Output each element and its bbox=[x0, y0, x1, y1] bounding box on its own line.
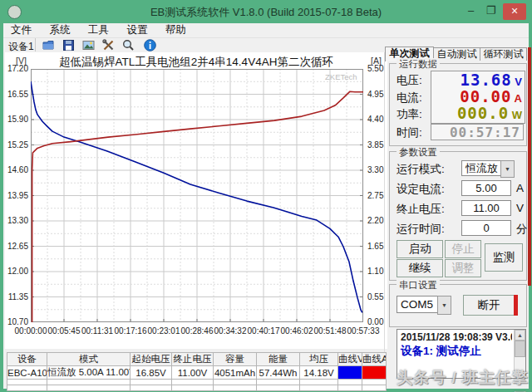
table-cell: 57.44Wh bbox=[257, 366, 300, 380]
log-line-timestamp: 2015/11/28 19:08:39 V3.0 bbox=[401, 331, 512, 343]
mode-select[interactable]: 恒流放 bbox=[461, 160, 505, 176]
table-cell: 恒流放 5.00A 11.00V bbox=[47, 366, 131, 380]
column-header: 能量 bbox=[257, 353, 300, 366]
empty-row bbox=[7, 380, 387, 385]
tab-auto-test[interactable]: 自动测试 bbox=[433, 47, 480, 61]
adjust-button[interactable]: 调整 bbox=[445, 259, 481, 277]
voltage-readout: 13.68 V bbox=[431, 71, 525, 88]
menu-tools[interactable]: 工具 bbox=[81, 23, 116, 37]
disconnect-button[interactable]: 断开 bbox=[463, 295, 515, 316]
params-group: 参数设置 运行模式: 恒流放 ▼ 设定电流: 5.00 A 终止电压: 11.0… bbox=[389, 151, 527, 281]
runtime-label: 运行时间: bbox=[397, 222, 445, 237]
run-data-group-label: 运行数据 bbox=[397, 58, 440, 71]
curve-v-swatch bbox=[338, 366, 362, 380]
current-readout: 00.00 A bbox=[431, 88, 525, 105]
table-cell: 16.85V bbox=[131, 366, 172, 380]
window-title: EB测试系统软件 V1.8.0 (Build 2015-07-18 Beta) bbox=[0, 5, 532, 20]
column-header: 均压 bbox=[300, 353, 338, 366]
menu-settings[interactable]: 设置 bbox=[119, 23, 155, 37]
com-dropdown-arrow-icon[interactable]: ▼ bbox=[437, 296, 451, 315]
column-header: 起始电压 bbox=[131, 353, 172, 366]
y-left-tick: 16.55 bbox=[5, 90, 28, 99]
minimize-button[interactable]: – bbox=[462, 3, 480, 20]
serial-group-label: 串口设置 bbox=[397, 279, 440, 292]
red-edge-stripe bbox=[528, 47, 531, 286]
power-readout: 000.0 W bbox=[431, 105, 525, 121]
scroll-thumb[interactable] bbox=[515, 341, 525, 357]
runtime-input[interactable]: 0 bbox=[461, 220, 511, 236]
footer-watermark: 头条号 / 班主任擎天 bbox=[387, 367, 529, 392]
plot-canvas bbox=[31, 69, 363, 322]
start-button[interactable]: 启动 bbox=[397, 240, 443, 258]
status-table: 设备模式起始电压终止电压容量能量均压曲线V曲线AEBC-A10恒流放 5.00A… bbox=[7, 352, 387, 391]
set-current-input[interactable]: 5.00 bbox=[461, 180, 511, 196]
y-left-tick: 13.95 bbox=[5, 191, 28, 200]
y-left-tick: 11.35 bbox=[5, 292, 28, 301]
column-header: 曲线V bbox=[338, 353, 362, 366]
params-group-label: 参数设置 bbox=[397, 146, 440, 159]
column-header: 容量 bbox=[214, 353, 257, 366]
curve-a-swatch bbox=[362, 366, 387, 380]
resume-button[interactable]: 继续 bbox=[397, 259, 443, 277]
table-cell: 11.00V bbox=[172, 366, 214, 380]
cutoff-voltage-unit: V bbox=[516, 202, 524, 214]
x-tick: 00:57:33 bbox=[342, 326, 384, 336]
menu-file[interactable]: 文件 bbox=[3, 23, 39, 37]
client-area: 文件 系统 工具 设置 帮助 设备1 超低温锡焊ATL工具电池组2并4串14.4… bbox=[3, 23, 529, 389]
titlebar: EB测试系统软件 V1.8.0 (Build 2015-07-18 Beta) … bbox=[0, 0, 532, 23]
monitor-button[interactable]: 监测 bbox=[485, 243, 523, 272]
y-left-tick: 15.25 bbox=[5, 140, 28, 149]
chart-panel: 超低温锡焊ATL工具电池组2并4串14.4V4AH第二次循环 [V] [A] Z… bbox=[5, 52, 387, 349]
menu-system[interactable]: 系统 bbox=[42, 23, 77, 37]
zoom-icon[interactable] bbox=[121, 38, 135, 52]
table-cell: 14.18V bbox=[300, 366, 338, 380]
mode-dropdown-arrow-icon[interactable]: ▼ bbox=[500, 160, 515, 178]
cutoff-voltage-input[interactable]: 11.00 bbox=[461, 200, 511, 216]
info-icon[interactable] bbox=[143, 38, 157, 52]
column-header: 设备 bbox=[7, 353, 47, 366]
export-image-icon[interactable] bbox=[81, 38, 96, 52]
toolbar-separator bbox=[35, 38, 36, 51]
column-header: 模式 bbox=[47, 353, 131, 366]
run-data-group: 运行数据 电压: 电流: 功率: 13.68 V 00.00 A 000.0 W… bbox=[389, 63, 527, 146]
time-readout: 00:57:17 bbox=[431, 124, 524, 140]
cutoff-voltage-label: 终止电压: bbox=[397, 202, 445, 217]
y-left-tick: 14.60 bbox=[5, 165, 28, 174]
tab-cycle-test[interactable]: 循环测试 bbox=[480, 47, 527, 61]
time-label: 时间: bbox=[397, 125, 422, 140]
maximize-button[interactable]: ❐ bbox=[482, 3, 500, 20]
connection-indicator bbox=[514, 295, 518, 316]
chart-watermark: ZKETech bbox=[325, 72, 357, 81]
tools-icon[interactable] bbox=[101, 38, 116, 52]
y-left-tick: 12.00 bbox=[5, 267, 28, 276]
column-header: 曲线A bbox=[362, 353, 387, 366]
set-current-unit: A bbox=[516, 182, 524, 194]
open-file-icon[interactable] bbox=[42, 38, 56, 52]
mode-label: 运行模式: bbox=[397, 162, 445, 177]
log-line-status: 设备1: 测试停止 bbox=[401, 344, 481, 359]
y-left-tick: 17.20 bbox=[5, 64, 28, 73]
column-header: 终止电压 bbox=[172, 353, 214, 366]
menu-help[interactable]: 帮助 bbox=[158, 23, 194, 37]
chart-title: 超低温锡焊ATL工具电池组2并4串14.4V4AH第二次循环 bbox=[30, 55, 362, 70]
save-icon[interactable] bbox=[62, 38, 76, 52]
menu-bar: 文件 系统 工具 设置 帮助 bbox=[3, 23, 529, 38]
empty-row bbox=[7, 385, 387, 391]
com-port-select[interactable]: COM5 bbox=[397, 296, 441, 313]
digital-display: 13.68 V 00.00 A 000.0 W bbox=[431, 71, 525, 124]
power-label: 功率: bbox=[397, 107, 422, 122]
current-label: 电流: bbox=[397, 91, 422, 105]
scroll-up-icon[interactable]: ▲ bbox=[515, 330, 525, 341]
serial-group: 串口设置 COM5 ▼ 断开 bbox=[389, 284, 527, 327]
set-current-label: 设定电流: bbox=[397, 182, 445, 197]
table-header-row: 设备模式起始电压终止电压容量能量均压曲线V曲线A bbox=[7, 353, 387, 366]
device-row[interactable]: EBC-A10恒流放 5.00A 11.00V16.85V11.00V4051m… bbox=[7, 366, 387, 380]
stop-button[interactable]: 停止 bbox=[445, 240, 481, 258]
y-left-tick: 10.70 bbox=[5, 317, 28, 326]
close-button[interactable]: × bbox=[503, 3, 526, 20]
y-left-tick: 13.30 bbox=[5, 216, 28, 225]
table-cell: EBC-A10 bbox=[7, 366, 47, 380]
y-left-tick: 12.65 bbox=[5, 242, 28, 251]
table-cell: 4051mAh bbox=[214, 366, 257, 380]
voltage-label: 电压: bbox=[397, 73, 422, 88]
